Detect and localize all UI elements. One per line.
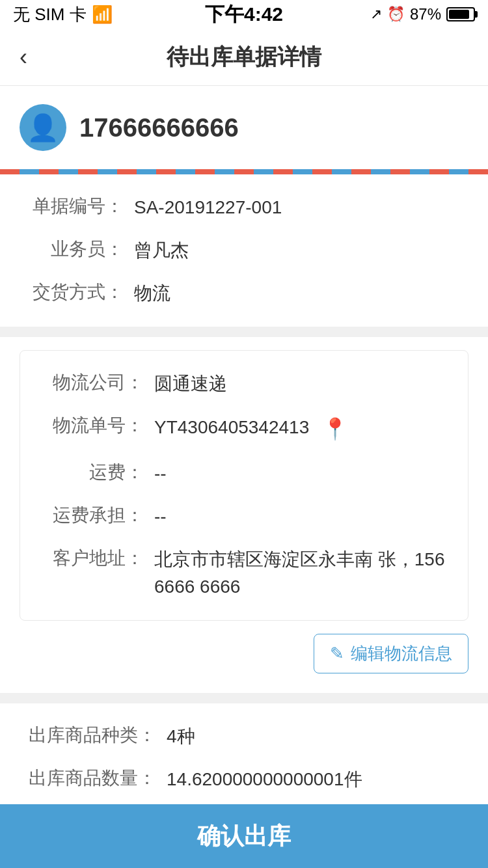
- freight-bearer-value: --: [154, 503, 448, 530]
- nav-bar: ‹ 待出库单据详情: [0, 29, 488, 86]
- doc-no-value: SA-20191227-001: [134, 194, 468, 221]
- salesman-row: 业务员： 曾凡杰: [20, 237, 468, 264]
- salesman-label: 业务员：: [20, 237, 124, 262]
- tracking-label: 物流单号：: [40, 413, 144, 438]
- goods-quantity-label: 出库商品数量：: [20, 766, 156, 791]
- logistics-company-row: 物流公司： 圆通速递: [40, 370, 448, 398]
- back-button[interactable]: ‹: [20, 44, 27, 71]
- status-bar: 无 SIM 卡 📶 下午4:42 ↗ ⏰ 87%: [0, 0, 488, 29]
- edit-logistics-label: 编辑物流信息: [351, 642, 452, 665]
- content-area: 👤 17666666666 单据编号： SA-20191227-001 业务员：…: [0, 86, 488, 868]
- freight-value: --: [154, 460, 448, 487]
- battery-icon: [446, 7, 475, 21]
- wifi-icon: 📶: [92, 5, 113, 25]
- user-icon: 👤: [27, 113, 59, 143]
- customer-phone: 17666666666: [79, 113, 239, 142]
- doc-no-row: 单据编号： SA-20191227-001: [20, 194, 468, 221]
- customer-header: 👤 17666666666: [0, 86, 488, 169]
- status-right: ↗ ⏰ 87%: [370, 5, 475, 23]
- logistics-company-label: 物流公司：: [40, 370, 144, 395]
- battery-text: 87%: [410, 5, 441, 23]
- logistics-company-value: 圆通速递: [154, 370, 448, 398]
- separator-2: [0, 693, 488, 703]
- stripe-divider: [0, 169, 488, 174]
- goods-types-row: 出库商品种类： 4种: [20, 723, 468, 750]
- basic-info-section: 单据编号： SA-20191227-001 业务员： 曾凡杰 交货方式： 物流: [0, 174, 488, 327]
- edit-logistics-button[interactable]: ✎ 编辑物流信息: [314, 634, 468, 673]
- avatar: 👤: [20, 104, 66, 151]
- goods-types-label: 出库商品种类：: [20, 723, 156, 748]
- location-pin-icon[interactable]: 📍: [322, 417, 348, 441]
- doc-no-label: 单据编号：: [20, 194, 124, 219]
- carrier-text: 无 SIM 卡: [13, 3, 87, 26]
- address-value: 北京市市辖区海淀区永丰南 张，156 6666 6666: [154, 546, 448, 601]
- freight-bearer-label: 运费承担：: [40, 503, 144, 528]
- tracking-row: 物流单号： YT4306405342413 📍: [40, 413, 448, 444]
- goods-quantity-row: 出库商品数量： 14.620000000000001件: [20, 766, 468, 793]
- goods-types-value: 4种: [167, 723, 468, 750]
- status-left: 无 SIM 卡 📶: [13, 3, 113, 26]
- battery-fill: [449, 10, 469, 19]
- page-title: 待出库单据详情: [167, 42, 321, 72]
- confirm-button-label: 确认出库: [197, 821, 291, 852]
- goods-quantity-value: 14.620000000000001件: [167, 766, 468, 793]
- salesman-value: 曾凡杰: [134, 237, 468, 264]
- edit-icon: ✎: [330, 644, 344, 664]
- address-row: 客户地址： 北京市市辖区海淀区永丰南 张，156 6666 6666: [40, 546, 448, 601]
- status-time: 下午4:42: [205, 1, 283, 28]
- separator-1: [0, 327, 488, 337]
- logistics-section: 物流公司： 圆通速递 物流单号： YT4306405342413 📍 运费： -…: [0, 337, 488, 693]
- delivery-row: 交货方式： 物流: [20, 280, 468, 307]
- freight-bearer-row: 运费承担： --: [40, 503, 448, 530]
- delivery-label: 交货方式：: [20, 280, 124, 305]
- alarm-icon: ⏰: [387, 6, 405, 23]
- address-label: 客户地址：: [40, 546, 144, 571]
- location-icon: ↗: [370, 6, 382, 23]
- delivery-value: 物流: [134, 280, 468, 307]
- freight-label: 运费：: [40, 460, 144, 485]
- tracking-value: YT4306405342413 📍: [154, 413, 448, 444]
- freight-row: 运费： --: [40, 460, 448, 487]
- edit-logistics-btn-container: ✎ 编辑物流信息: [20, 634, 468, 673]
- confirm-button[interactable]: 确认出库: [0, 804, 488, 868]
